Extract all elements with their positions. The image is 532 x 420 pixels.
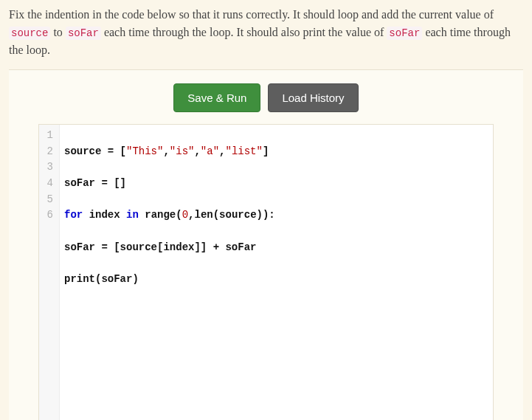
tok: [120, 209, 126, 221]
instructions-text: to: [50, 26, 65, 38]
tok: (soFar): [95, 273, 139, 285]
tok: (: [176, 209, 182, 221]
tok: ,: [188, 209, 194, 221]
tok: ]: [263, 145, 269, 157]
tok: (source)):: [213, 209, 275, 221]
tok-fn: len: [195, 209, 213, 221]
code-line-4[interactable]: soFar = [source[index]] + soFar: [64, 240, 488, 256]
button-row: Save & Run Load History: [38, 83, 494, 112]
tok: source = [: [64, 145, 126, 157]
line-number: 1: [39, 128, 55, 144]
tok-str: "list": [225, 145, 262, 157]
tok-str: "This": [126, 145, 163, 157]
line-number-gutter: 1 2 3 4 5 6: [39, 125, 60, 420]
tok: index: [89, 209, 120, 221]
code-line-6[interactable]: [64, 304, 488, 320]
code-line-2[interactable]: soFar = []: [64, 176, 488, 192]
exercise-instructions: Fix the indention in the code below so t…: [9, 6, 523, 59]
tok-str: "a": [201, 145, 219, 157]
code-line-3[interactable]: for index in range(0,len(source)):: [64, 207, 488, 224]
tok-kw: for: [64, 209, 83, 221]
line-number: 5: [39, 192, 55, 208]
line-number: 6: [39, 207, 55, 224]
inline-code-sofar2: soFar: [387, 27, 422, 40]
inline-code-source: source: [9, 27, 50, 40]
save-run-button[interactable]: Save & Run: [173, 83, 260, 112]
exercise-panel: Save & Run Load History 1 2 3 4 5 6 sour…: [9, 69, 523, 420]
code-editor[interactable]: 1 2 3 4 5 6 source = ["This","is","a","l…: [38, 124, 494, 420]
tok-kw: in: [126, 209, 139, 221]
tok-num: 0: [182, 209, 188, 221]
inline-code-sofar: soFar: [66, 27, 101, 40]
load-history-button[interactable]: Load History: [268, 83, 358, 112]
tok: ,: [163, 145, 169, 157]
tok: soFar = [source[index]] + soFar: [64, 241, 256, 253]
tok-str: "is": [170, 145, 195, 157]
code-line-5[interactable]: print(soFar): [64, 272, 488, 288]
tok: ,: [194, 145, 200, 157]
tok-fn: print: [64, 273, 95, 285]
tok: soFar = []: [64, 177, 126, 189]
line-number: 3: [39, 159, 55, 176]
code-line-1[interactable]: source = ["This","is","a","list"]: [64, 144, 488, 160]
instructions-text: each time through the loop. It should al…: [101, 26, 387, 38]
line-number: 4: [39, 176, 55, 192]
tok: [139, 209, 145, 221]
tok-fn: range: [145, 209, 176, 221]
instructions-text: Fix the indention in the code below so t…: [9, 8, 494, 21]
tok: [83, 209, 89, 221]
line-number: 2: [39, 144, 55, 160]
code-area[interactable]: source = ["This","is","a","list"] soFar …: [60, 125, 493, 420]
